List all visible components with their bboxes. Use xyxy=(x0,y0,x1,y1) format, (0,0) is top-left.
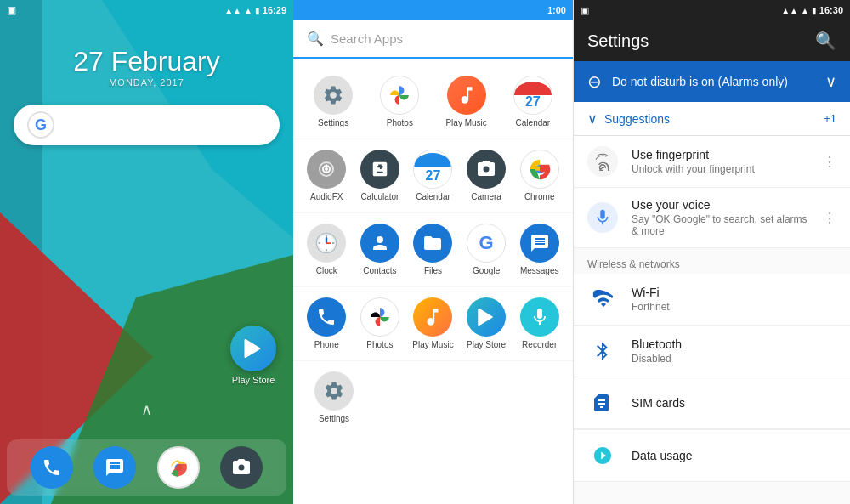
google-logo[interactable]: G xyxy=(27,111,54,139)
drawer-app-phone[interactable]: Phone xyxy=(303,291,350,357)
drawer-app-google[interactable]: G Google xyxy=(462,217,510,283)
sim-icon xyxy=(587,388,618,418)
dock-chrome[interactable] xyxy=(157,446,200,489)
settings-app-label: Settings xyxy=(318,118,348,128)
drawer-app-photos[interactable]: Photos xyxy=(376,69,423,135)
settings-item-bluetooth[interactable]: Bluetooth Disabled xyxy=(574,326,850,377)
dock-messages[interactable] xyxy=(94,446,136,489)
drawer-app-settings[interactable]: Settings xyxy=(309,69,357,135)
calendar-1-icon: 27 xyxy=(513,76,552,115)
bluetooth-icon xyxy=(587,336,618,366)
data-usage-title: Data usage xyxy=(632,449,836,462)
drawer-app-calendar-1[interactable]: 27 Calendar xyxy=(509,69,557,135)
sim-title: SIM cards xyxy=(632,396,836,410)
recorder-icon xyxy=(520,297,559,337)
drawer-app-messages[interactable]: Messages xyxy=(516,217,564,283)
dnd-left: ⊖ Do not disturb is on (Alarms only) xyxy=(587,71,788,92)
photos-2-label: Photos xyxy=(366,340,393,350)
contacts-icon xyxy=(360,224,400,263)
drawer-row-1: Settings Photos xyxy=(293,65,573,139)
camera-icon xyxy=(467,150,506,189)
suggestions-row[interactable]: ∨ Suggestions +1 xyxy=(574,102,850,136)
drawer-app-files[interactable]: Files xyxy=(409,217,456,283)
fingerprint-subtitle: Unlock with your fingerprint xyxy=(632,163,809,175)
dnd-text: Do not disturb is on (Alarms only) xyxy=(612,75,788,88)
settings-panel: ▣ ▲▲ ▲ ▮ 16:30 Settings 🔍 ⊖ Do not distu… xyxy=(574,0,850,504)
play-music-1-label: Play Music xyxy=(445,118,486,128)
google-search-bar[interactable]: G xyxy=(14,105,280,145)
play-store-shortcut[interactable]: Play Store xyxy=(230,326,276,385)
settings-notification-icon: ▣ xyxy=(581,5,589,16)
settings-2-label: Settings xyxy=(319,414,349,424)
messages-label: Messages xyxy=(520,266,559,276)
voice-content: Use your voice Say "OK Google" to search… xyxy=(632,198,809,237)
drawer-app-photos-2[interactable]: Photos xyxy=(356,291,404,357)
drawer-app-calculator[interactable]: Calculator xyxy=(356,143,404,209)
voice-more-button[interactable]: ⋮ xyxy=(823,210,836,226)
drawer-app-settings-2[interactable]: Settings xyxy=(310,365,358,431)
fingerprint-more-button[interactable]: ⋮ xyxy=(823,154,836,170)
drawer-app-play-music-1[interactable]: Play Music xyxy=(443,69,490,135)
home-signal-icon: ▲▲ xyxy=(224,6,241,15)
drawer-app-recorder[interactable]: Recorder xyxy=(516,291,564,357)
home-dock xyxy=(7,439,286,496)
home-status-right: ▲▲ ▲ ▮ 16:29 xyxy=(224,5,286,15)
settings-title: Settings xyxy=(587,31,649,51)
drawer-row-2: AudioFX Calculator 27 Calendar xyxy=(293,139,573,213)
app-drawer: 1:00 🔍 Search Apps Settings xyxy=(293,0,574,504)
calendar-2-label: Calendar xyxy=(416,192,450,202)
dock-camera[interactable] xyxy=(220,446,263,489)
play-store-icon[interactable] xyxy=(230,326,276,371)
calculator-icon xyxy=(360,150,400,189)
app-grid: Settings Photos xyxy=(293,59,573,504)
data-usage-content: Data usage xyxy=(632,449,836,462)
play-music-2-label: Play Music xyxy=(412,340,453,350)
voice-title: Use your voice xyxy=(632,198,809,212)
bluetooth-content: Bluetooth Disabled xyxy=(632,337,836,365)
drawer-app-audiofx[interactable]: AudioFX xyxy=(303,143,350,209)
drawer-search-icon: 🔍 xyxy=(307,31,324,47)
settings-item-wifi[interactable]: Wi-Fi Forthnet xyxy=(574,274,850,326)
settings-time: 16:30 xyxy=(819,5,843,15)
settings-item-voice[interactable]: Use your voice Say "OK Google" to search… xyxy=(574,188,850,248)
drawer-app-chrome[interactable]: Chrome xyxy=(516,143,564,209)
drawer-app-clock[interactable]: Clock xyxy=(303,217,350,283)
home-notification-icon: ▣ xyxy=(7,4,16,16)
app-drawer-handle[interactable]: ∧ xyxy=(141,400,152,419)
google-label: Google xyxy=(473,266,500,276)
files-icon xyxy=(413,224,452,263)
dnd-banner[interactable]: ⊖ Do not disturb is on (Alarms only) ∨ xyxy=(574,61,850,102)
dock-phone[interactable] xyxy=(31,446,73,489)
settings-battery-icon: ▮ xyxy=(812,6,817,15)
drawer-app-play-store[interactable]: Play Store xyxy=(462,291,510,357)
files-label: Files xyxy=(424,266,442,276)
settings-search-button[interactable]: 🔍 xyxy=(815,31,836,51)
calendar-2-icon: 27 xyxy=(413,150,452,189)
suggestions-chevron-icon: ∨ xyxy=(587,110,598,127)
wifi-subtitle: Forthnet xyxy=(632,301,836,313)
home-time: 16:29 xyxy=(263,5,286,15)
settings-item-fingerprint[interactable]: Use fingerprint Unlock with your fingerp… xyxy=(574,136,850,188)
drawer-app-contacts[interactable]: Contacts xyxy=(356,217,404,283)
settings-item-data-usage[interactable]: Data usage xyxy=(574,429,850,482)
settings-wifi-icon: ▲ xyxy=(801,6,809,15)
app-search-bar[interactable]: 🔍 Search Apps xyxy=(293,20,573,59)
suggestions-left: ∨ Suggestions xyxy=(587,110,670,127)
suggestions-label: Suggestions xyxy=(604,112,670,126)
drawer-search-placeholder: Search Apps xyxy=(331,31,403,46)
camera-label: Camera xyxy=(471,192,502,202)
suggestions-count: +1 xyxy=(824,112,836,125)
drawer-app-calendar-2[interactable]: 27 Calendar xyxy=(409,143,456,209)
sim-content: SIM cards xyxy=(632,396,836,410)
play-store-drawer-icon xyxy=(467,297,506,337)
audiofx-label: AudioFX xyxy=(310,192,343,202)
data-usage-icon xyxy=(587,440,618,471)
drawer-app-play-music-2[interactable]: Play Music xyxy=(409,291,456,357)
photos-app-label: Photos xyxy=(387,118,413,128)
dnd-icon: ⊖ xyxy=(587,71,602,92)
dnd-expand-icon[interactable]: ∨ xyxy=(825,72,836,91)
settings-item-sim[interactable]: SIM cards xyxy=(574,377,850,429)
drawer-app-camera[interactable]: Camera xyxy=(462,143,510,209)
photos-2-icon xyxy=(360,297,400,337)
home-screen: ▣ ▲▲ ▲ ▮ 16:29 27 February MONDAY, 2017 … xyxy=(0,0,293,504)
